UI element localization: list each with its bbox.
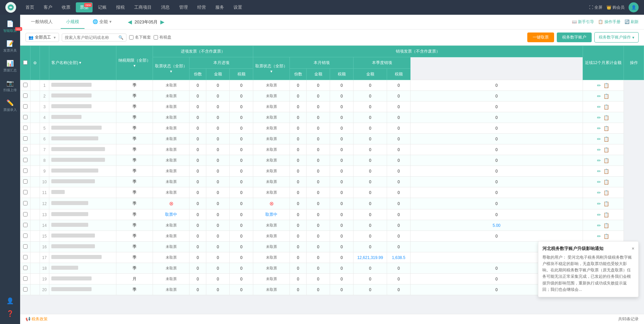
row-select-checkbox[interactable] [23, 136, 28, 141]
edit-icon[interactable]: ✏ [597, 136, 601, 142]
copy-icon[interactable]: 📋 [603, 179, 609, 185]
copy-icon[interactable]: 📋 [603, 201, 609, 206]
check-taxbox-checkbox[interactable] [154, 35, 158, 40]
row-select-checkbox[interactable] [23, 147, 28, 151]
member-btn[interactable]: 👑 购会员 [606, 5, 625, 10]
tab-all[interactable]: 🌐 全能 ▾ [87, 15, 117, 29]
row-select-checkbox[interactable] [23, 244, 28, 249]
sidebar-item-smart-invoice[interactable]: 📄 智能取票 new [1, 17, 19, 36]
nav-settings[interactable]: 设置 [229, 2, 246, 12]
sidebar-item-invoice-summary[interactable]: 📊 票据汇总 [1, 57, 19, 75]
edit-icon[interactable]: ✏ [597, 83, 601, 88]
check-taxbox-label[interactable]: 有税盘 [154, 35, 171, 40]
nav-invoice[interactable]: 票据 new [76, 2, 93, 12]
nav-business[interactable]: 工商项目 [130, 2, 156, 12]
nav-tax[interactable]: 报税 [112, 2, 129, 12]
filter-icon[interactable]: ▾ [79, 60, 81, 65]
employee-select[interactable]: 👥 全部员工 ▾ [25, 33, 59, 42]
sidebar-item-help[interactable]: ❓ [1, 307, 19, 320]
sidebar-item-user[interactable]: 👤 [1, 295, 19, 307]
sidebar-item-invoice-entry[interactable]: ✏️ 票据录入 [1, 96, 19, 115]
row-select-checkbox[interactable] [23, 255, 28, 259]
one-click-fetch-btn[interactable]: 一键取票 [527, 33, 554, 42]
copy-icon[interactable]: 📋 [603, 169, 609, 174]
edit-icon[interactable]: ✏ [597, 169, 601, 174]
row-select-checkbox[interactable] [23, 212, 28, 216]
nav-manage[interactable]: 管理 [175, 2, 192, 12]
copy-icon[interactable]: 📋 [603, 212, 609, 217]
check-ledger-label[interactable]: 名下账套 [129, 35, 151, 40]
refresh-btn[interactable]: 🔄 刷新 [625, 19, 639, 25]
row-select-checkbox[interactable] [23, 287, 28, 291]
new-guide-btn[interactable]: 📖 新手引导 [572, 19, 594, 25]
manual-btn[interactable]: 📋 操作手册 [598, 19, 620, 25]
nav-bookkeeping[interactable]: 记账 [94, 2, 111, 12]
tab-general-taxpayer[interactable]: 一般纳税人 [25, 15, 58, 29]
sidebar-item-invoice-open[interactable]: 📝 发票开具 [1, 37, 19, 56]
row-select-checkbox[interactable] [23, 83, 28, 87]
edit-icon[interactable]: ✏ [597, 190, 601, 195]
row-select-checkbox[interactable] [23, 93, 28, 98]
fullscreen-btn[interactable]: ⛶ 全屏 [589, 5, 602, 10]
edit-icon[interactable]: ✏ [597, 115, 601, 120]
nav-home[interactable]: 首页 [21, 2, 38, 12]
copy-icon[interactable]: 📋 [603, 234, 609, 239]
check-ledger-checkbox[interactable] [129, 35, 133, 40]
copy-icon[interactable]: 📋 [603, 93, 609, 99]
edit-icon[interactable]: ✏ [597, 158, 601, 163]
edit-icon[interactable]: ✏ [597, 93, 601, 99]
copy-icon[interactable]: 📋 [603, 115, 609, 120]
edit-icon[interactable]: ✏ [597, 126, 601, 131]
copy-icon[interactable]: 📋 [603, 104, 609, 110]
select-all-checkbox[interactable] [23, 60, 28, 65]
row-select-checkbox[interactable] [23, 158, 28, 162]
row-select-checkbox[interactable] [23, 223, 28, 227]
copy-icon[interactable]: 📋 [603, 83, 609, 88]
row-select-checkbox[interactable] [23, 104, 28, 109]
row-select-checkbox[interactable] [23, 115, 28, 119]
nav-receipt[interactable]: 收票 [58, 2, 74, 12]
copy-icon[interactable]: 📋 [603, 158, 609, 163]
nav-operation[interactable]: 经营 [193, 2, 210, 12]
nav-client[interactable]: 客户 [40, 2, 56, 12]
copy-icon[interactable]: 📋 [603, 223, 609, 228]
edit-icon[interactable]: ✏ [597, 212, 601, 217]
row-select-checkbox[interactable] [23, 276, 28, 281]
sidebar-item-scan-upload[interactable]: 📷 扫描上传 [1, 77, 19, 95]
copy-icon[interactable]: 📋 [603, 147, 609, 152]
row-select-checkbox[interactable] [23, 201, 28, 205]
search-input[interactable] [65, 35, 118, 40]
period-filter-icon[interactable]: ▾ [133, 63, 136, 68]
tab-small-scale[interactable]: 小规模 [61, 15, 85, 29]
edit-icon[interactable]: ✏ [597, 179, 601, 185]
tax-policy-link[interactable]: 📢 税务政策 [25, 316, 48, 322]
row-select-checkbox[interactable] [23, 190, 28, 194]
row-select-checkbox[interactable] [23, 126, 28, 130]
in-status-filter-icon[interactable]: ▾ [170, 69, 172, 74]
scan-upload-icon: 📷 [6, 79, 14, 87]
nav-message[interactable]: 消息 [157, 2, 174, 12]
digital-account-op-btn[interactable]: 税务数字账户操作 ▾ [594, 32, 639, 43]
row-select-checkbox[interactable] [23, 179, 28, 184]
edit-icon[interactable]: ✏ [597, 201, 601, 206]
nav-service[interactable]: 服务 [211, 2, 228, 12]
date-prev-btn[interactable]: ◀ [128, 19, 132, 25]
row-select-checkbox[interactable] [23, 234, 28, 238]
row-select-checkbox[interactable] [23, 266, 28, 270]
copy-icon[interactable]: 📋 [603, 126, 609, 131]
edit-icon[interactable]: ✏ [597, 147, 601, 152]
user-avatar[interactable]: 👤 [629, 2, 639, 12]
notification-close-btn[interactable]: × [632, 246, 634, 251]
row-settings [31, 134, 40, 144]
row-select-checkbox[interactable] [23, 169, 28, 173]
edit-icon[interactable]: ✏ [597, 234, 601, 239]
date-next-btn[interactable]: ▶ [160, 19, 164, 25]
copy-icon[interactable]: 📋 [603, 190, 609, 195]
copy-icon[interactable]: 📋 [603, 136, 609, 142]
settings-icon[interactable]: ⚙ [33, 61, 37, 65]
digital-account-btn[interactable]: 税务数字账户 [557, 33, 592, 42]
edit-icon[interactable]: ✏ [597, 104, 601, 110]
row-out-count: 0 [290, 187, 307, 198]
out-status-filter-icon[interactable]: ▾ [270, 69, 272, 74]
edit-icon[interactable]: ✏ [597, 223, 601, 228]
